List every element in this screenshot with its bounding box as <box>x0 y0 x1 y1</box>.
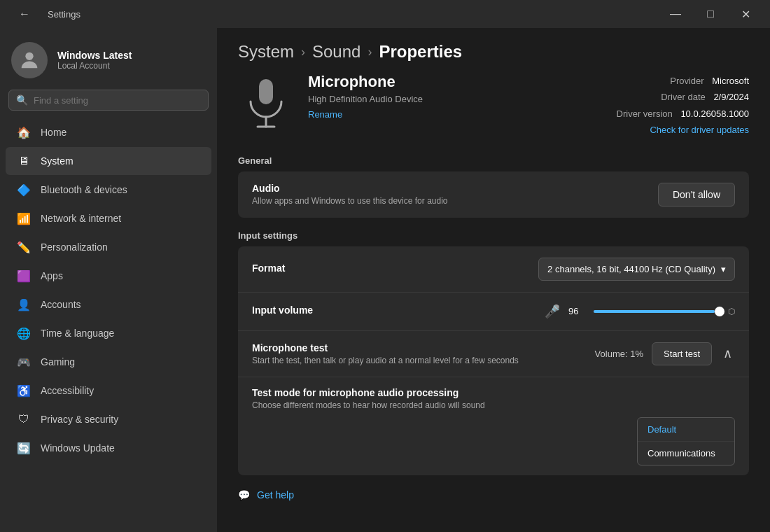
device-info: Microphone High Definition Audio Device … <box>308 73 423 120</box>
nav-container: 🏠 Home 🖥 System 🔷 Bluetooth & devices 📶 … <box>0 118 217 463</box>
driver-update-link[interactable]: Check for driver updates <box>650 125 749 135</box>
dropdown-option-default[interactable]: Default <box>638 418 734 442</box>
start-test-button[interactable]: Start test <box>652 342 712 365</box>
sidebar-item-privacy[interactable]: 🛡 Privacy & security <box>6 405 211 433</box>
nav-icon-windows-update: 🔄 <box>17 441 31 455</box>
nav-icon-accounts: 👤 <box>17 298 31 312</box>
titlebar: ← Settings — □ ✕ <box>0 0 770 28</box>
test-mode-label: Test mode for microphone audio processin… <box>252 387 735 398</box>
nav-label-accounts: Accounts <box>41 299 81 310</box>
get-help-label: Get help <box>257 489 294 500</box>
minimize-button[interactable]: — <box>659 3 692 25</box>
titlebar-title: Settings <box>48 9 80 20</box>
search-icon: 🔍 <box>16 94 28 106</box>
nav-label-personalization: Personalization <box>41 241 108 253</box>
microphone-icon <box>238 73 294 136</box>
volume-mic-icon: 🎤 <box>545 304 560 319</box>
driver-version-label: Driver version <box>617 106 673 122</box>
device-properties: Provider Microsoft Driver date 2/9/2024 … <box>617 73 749 139</box>
dropdown-option-communications[interactable]: Communications <box>638 442 734 465</box>
driver-date-label: Driver date <box>661 89 706 105</box>
sidebar-item-gaming[interactable]: 🎮 Gaming <box>6 348 211 376</box>
nav-label-network: Network & internet <box>41 213 121 224</box>
get-help-row[interactable]: 💬 Get help <box>217 478 770 512</box>
test-mode-dropdown: Default Communications <box>637 417 735 465</box>
app-body: Windows Latest Local Account 🔍 🏠 Home 🖥 … <box>0 28 770 532</box>
nav-icon-personalization: ✏️ <box>17 240 31 254</box>
sidebar-item-network[interactable]: 📶 Network & internet <box>6 204 211 232</box>
nav-icon-privacy: 🛡 <box>17 412 31 426</box>
mic-test-right: Volume: 1% Start test ∧ <box>595 342 735 365</box>
titlebar-left: ← Settings <box>8 3 80 25</box>
nav-icon-home: 🏠 <box>17 125 31 139</box>
volume-expand-icon: ⬡ <box>728 307 735 316</box>
user-name: Windows Latest <box>57 50 132 61</box>
breadcrumb: System › Sound › Properties <box>217 28 770 73</box>
mic-test-label: Microphone test <box>252 342 519 354</box>
provider-label: Provider <box>670 73 704 89</box>
get-help-icon: 💬 <box>238 489 250 500</box>
sidebar-item-personalization[interactable]: ✏️ Personalization <box>6 233 211 261</box>
breadcrumb-sep-2: › <box>368 45 372 59</box>
nav-label-home: Home <box>41 127 66 138</box>
breadcrumb-properties: Properties <box>379 42 462 62</box>
avatar <box>11 42 48 78</box>
format-dropdown-icon: ▾ <box>721 264 726 274</box>
audio-info: Audio Allow apps and Windows to use this… <box>252 183 448 206</box>
close-button[interactable]: ✕ <box>729 3 762 25</box>
search-input[interactable] <box>34 95 201 106</box>
device-header: Microphone High Definition Audio Device … <box>217 73 770 153</box>
volume-number: 96 <box>568 306 585 316</box>
volume-track[interactable] <box>594 310 720 313</box>
back-button[interactable]: ← <box>8 3 41 25</box>
general-card: Audio Allow apps and Windows to use this… <box>238 172 749 218</box>
collapse-button[interactable]: ∧ <box>720 346 735 361</box>
audio-label: Audio <box>252 183 448 194</box>
nav-icon-accessibility: ♿ <box>17 384 31 398</box>
provider-value: Microsoft <box>712 76 749 86</box>
breadcrumb-system: System <box>238 42 294 62</box>
breadcrumb-sound: Sound <box>312 42 360 62</box>
sidebar-item-accounts[interactable]: 👤 Accounts <box>6 290 211 318</box>
nav-label-gaming: Gaming <box>41 356 75 368</box>
sidebar-item-home[interactable]: 🏠 Home <box>6 118 211 146</box>
rename-link[interactable]: Rename <box>308 109 342 120</box>
format-row: Format 2 channels, 16 bit, 44100 Hz (CD … <box>238 246 749 293</box>
driver-date-row: Driver date 2/9/2024 <box>617 89 749 105</box>
sidebar-item-time[interactable]: 🌐 Time & language <box>6 319 211 347</box>
nav-icon-gaming: 🎮 <box>17 355 31 369</box>
sidebar-item-accessibility[interactable]: ♿ Accessibility <box>6 377 211 405</box>
svg-rect-1 <box>259 79 273 104</box>
sidebar-item-apps[interactable]: 🟪 Apps <box>6 262 211 290</box>
breadcrumb-sep-1: › <box>301 45 305 59</box>
nav-label-windows-update: Windows Update <box>41 442 115 454</box>
sidebar-item-windows-update[interactable]: 🔄 Windows Update <box>6 434 211 462</box>
input-settings-title: Input settings <box>217 227 770 246</box>
audio-sublabel: Allow apps and Windows to use this devic… <box>252 196 448 206</box>
sidebar-item-system[interactable]: 🖥 System <box>6 147 211 175</box>
sidebar-item-bluetooth[interactable]: 🔷 Bluetooth & devices <box>6 176 211 204</box>
format-label: Format <box>252 262 285 274</box>
titlebar-controls: — □ ✕ <box>659 3 762 25</box>
volume-control: 🎤 96 ⬡ <box>545 304 735 319</box>
test-mode-dropdown-container: Default Communications <box>252 417 735 465</box>
format-select[interactable]: 2 channels, 16 bit, 44100 Hz (CD Quality… <box>538 258 735 281</box>
nav-label-system: System <box>41 155 74 167</box>
nav-icon-bluetooth: 🔷 <box>17 183 31 197</box>
provider-row: Provider Microsoft <box>617 73 749 89</box>
device-title: Microphone <box>308 73 423 91</box>
search-box[interactable]: 🔍 <box>8 90 209 111</box>
nav-label-bluetooth: Bluetooth & devices <box>41 184 127 195</box>
maximize-button[interactable]: □ <box>694 3 727 25</box>
volume-fill <box>594 310 715 313</box>
mic-test-card-row: Microphone test Start the test, then tal… <box>238 331 749 475</box>
dont-allow-button[interactable]: Don't allow <box>658 183 735 206</box>
nav-label-time: Time & language <box>41 328 114 339</box>
nav-icon-time: 🌐 <box>17 326 31 340</box>
nav-icon-network: 📶 <box>17 211 31 225</box>
mic-test-volume-label: Volume: 1% <box>595 349 643 359</box>
nav-label-accessibility: Accessibility <box>41 385 94 396</box>
nav-icon-apps: 🟪 <box>17 269 31 283</box>
mic-test-sublabel: Start the test, then talk or play audio … <box>252 356 519 365</box>
driver-version-value: 10.0.26058.1000 <box>680 108 749 119</box>
